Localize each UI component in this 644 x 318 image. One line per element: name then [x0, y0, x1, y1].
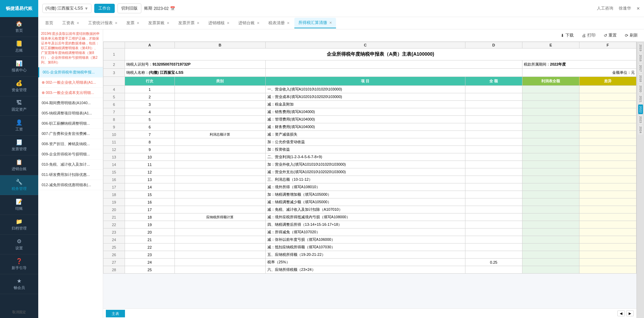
sidebar-item-发票管理[interactable]: 🧾发票管理 — [0, 136, 38, 155]
cell-item[interactable]: 五、应纳税所得额（19-20-21-22） — [265, 251, 465, 259]
cell-diff[interactable] — [579, 161, 636, 168]
cell-category[interactable] — [174, 161, 265, 168]
cell-diff[interactable] — [579, 168, 636, 176]
sidebar-item-归档管理[interactable]: 📁归档管理 — [0, 215, 38, 235]
cell-item[interactable]: 减：财务费用(填写A104000) — [265, 123, 465, 131]
sidebar-item-总账[interactable]: 📒总账 — [0, 37, 38, 57]
cell-item[interactable]: 一、营业收入(填写A101010\101020\103000) — [265, 86, 465, 93]
refresh-button[interactable]: ⟳ 刷新 — [623, 31, 640, 39]
cell-amount[interactable] — [465, 123, 522, 131]
cell-profit-amount[interactable] — [522, 183, 579, 191]
cell-amount[interactable] — [465, 161, 522, 168]
menu-item-005[interactable]: 005-纳税调整项目明细表(A1... — [38, 108, 103, 119]
tab-item-1[interactable]: 工资表✕ — [58, 18, 83, 28]
cell-profit-amount[interactable] — [522, 153, 579, 161]
year-item-2018[interactable]: 2018 — [638, 74, 643, 83]
cell-row-num[interactable]: 2 — [125, 93, 174, 101]
menu-item-004[interactable]: 004-期间费用明细表(A1040... — [38, 98, 103, 108]
calendar-icon[interactable]: 📅 — [170, 6, 175, 11]
cell-category[interactable] — [174, 138, 265, 146]
cell-item[interactable]: 减：所得减免（填写A107020） — [265, 229, 465, 236]
cell-amount[interactable] — [465, 266, 522, 274]
cell-item[interactable]: 加：营业外收入(填写A101010\101020\103000) — [265, 161, 465, 168]
cell-diff[interactable] — [579, 198, 636, 206]
cell-profit-amount[interactable] — [522, 161, 579, 168]
cell-diff[interactable] — [579, 153, 636, 161]
cell-amount[interactable] — [465, 138, 522, 146]
cell-profit-amount[interactable] — [522, 101, 579, 108]
cell-profit-amount[interactable] — [522, 138, 579, 146]
cell-item[interactable]: 减：销售费用(填写A104000) — [265, 108, 465, 116]
user-name[interactable]: 徐逢华 — [619, 5, 631, 11]
tab-close-icon[interactable]: ✕ — [329, 21, 332, 25]
cell-amount[interactable] — [465, 213, 522, 221]
cell-item[interactable]: 减：免税、减计收入及加计扣除（A107010） — [265, 206, 465, 213]
cell-row-num[interactable]: 25 — [125, 266, 174, 274]
cell-profit-amount[interactable] — [522, 191, 579, 198]
cell-row-num[interactable]: 4 — [125, 108, 174, 116]
cell-profit-amount[interactable] — [522, 93, 579, 101]
cell-diff[interactable] — [579, 191, 636, 198]
tab-item-8[interactable]: 税表清册✕ — [264, 18, 294, 28]
tab-close-icon[interactable]: ✕ — [257, 21, 260, 25]
tab-item-3[interactable]: 发票✕ — [122, 18, 143, 28]
old-version-button[interactable]: 切到旧版 — [117, 3, 141, 13]
cell-row-num[interactable]: 23 — [125, 251, 174, 259]
cell-profit-amount[interactable] — [522, 236, 579, 244]
cell-row-num[interactable]: 11 — [125, 161, 174, 168]
menu-item-012[interactable]: 012-减免所得税优惠明细表(... — [38, 180, 103, 190]
cell-item[interactable]: 减：抵扣应纳税所得额（填写A107030） — [265, 244, 465, 251]
cell-diff[interactable] — [579, 176, 636, 183]
cell-row-num[interactable]: 19 — [125, 221, 174, 229]
tab-item-0[interactable]: 首页 — [41, 18, 57, 28]
cell-item[interactable]: 加：公允价值变动收益 — [265, 138, 465, 146]
sidebar-item-工资[interactable]: 👤工资 — [0, 116, 38, 136]
cell-amount[interactable] — [465, 221, 522, 229]
cell-amount[interactable] — [465, 206, 522, 213]
cell-item[interactable]: 减：资产减值损失 — [265, 131, 465, 138]
sidebar-item-资金管理[interactable]: 💰资金管理 — [0, 77, 38, 96]
cell-diff[interactable] — [579, 244, 636, 251]
cell-row-num[interactable]: 13 — [125, 176, 174, 183]
cell-amount[interactable] — [465, 168, 522, 176]
cell-amount[interactable] — [465, 86, 522, 93]
cell-item[interactable]: 减：弥补以前年度亏损（填写A106000） — [265, 236, 465, 244]
cell-diff[interactable] — [579, 251, 636, 259]
cell-item[interactable]: 加：纳税调整增加额（填写A105000） — [265, 191, 465, 198]
download-button[interactable]: ⬇ 下载 — [559, 31, 576, 39]
workbench-button[interactable]: 工作台 — [94, 4, 115, 13]
cell-diff[interactable] — [579, 101, 636, 108]
cell-profit-amount[interactable] — [522, 259, 579, 266]
tab-close-icon[interactable]: ✕ — [227, 21, 229, 25]
cell-item[interactable]: 减：营业外支出(填写A102010\102020\103000) — [265, 168, 465, 176]
cell-item[interactable]: 减：纳税调整减少额（填写A105000） — [265, 198, 465, 206]
cell-profit-amount[interactable] — [522, 266, 579, 274]
cell-amount[interactable] — [465, 116, 522, 123]
tab-close-icon[interactable]: ✕ — [287, 21, 290, 25]
cell-row-num[interactable]: 24 — [125, 259, 174, 266]
cell-category[interactable] — [174, 183, 265, 191]
menu-item-010[interactable]: 010-免税、减计收入及加计... — [38, 160, 103, 170]
cell-item[interactable]: 六、应纳所得税额（23×24） — [265, 266, 465, 274]
tab-close-icon[interactable]: ✕ — [115, 21, 117, 25]
tab-item-2[interactable]: 工资统计报表✕ — [84, 18, 122, 28]
cell-row-num[interactable]: 3 — [125, 101, 174, 108]
cell-row-num[interactable]: 20 — [125, 229, 174, 236]
cell-amount[interactable] — [465, 251, 522, 259]
cell-item[interactable]: 三、利润总额（10-11-12） — [265, 176, 465, 183]
cell-row-num[interactable]: 9 — [125, 146, 174, 153]
cell-category[interactable] — [174, 236, 265, 244]
cell-item[interactable]: 二、营业利润(1-2-3-4-5-6-7-8+9) — [265, 153, 465, 161]
sidebar-item-税务管理[interactable]: 🔧税务管理 — [0, 175, 38, 195]
menu-item-008[interactable]: 008-资产折旧、摊销及纳税... — [38, 139, 103, 149]
spreadsheet-content[interactable]: A B C D E F 1企业所得税年度纳税申报表（A类）主表(A100000)… — [103, 42, 636, 308]
sidebar-item-报表中心[interactable]: 📊报表中心 — [0, 57, 38, 77]
cell-category[interactable] — [174, 266, 265, 274]
cell-row-num[interactable]: 5 — [125, 116, 174, 123]
cell-diff[interactable] — [579, 266, 636, 274]
year-item-2023[interactable]: 2023 — [638, 115, 643, 124]
tab-item-5[interactable]: 发票开票✕ — [174, 18, 204, 28]
cell-amount[interactable] — [465, 131, 522, 138]
cell-row-num[interactable]: 14 — [125, 183, 174, 191]
cell-item[interactable]: 减：境外所得（填写A108010） — [265, 183, 465, 191]
